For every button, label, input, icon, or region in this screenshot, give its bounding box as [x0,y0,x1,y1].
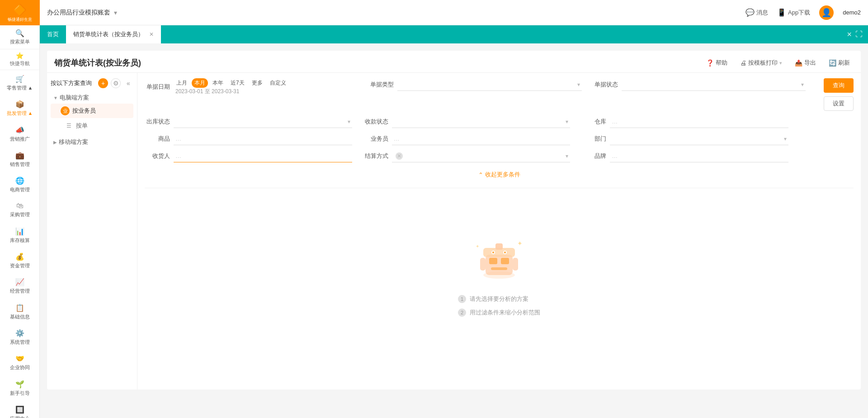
filter-doc-status: 单据状态 ▾ [593,78,806,91]
pc-group-arrow: ▼ [53,95,58,100]
step-num-2: 2 [458,309,466,317]
recipient-control[interactable]: … [174,150,352,162]
sidebar-item-system[interactable]: ⚙️ 系统管理 [0,324,39,350]
svg-rect-4 [491,267,507,270]
sidebar-logo[interactable]: 🔶 畅捷通好生意 [0,0,40,25]
sidebar-item-purchase[interactable]: 🛍 采购管理 [0,197,39,222]
tab-home-label: 首页 [47,30,59,38]
mobile-group-header[interactable]: ▶ 移动端方案 [51,136,133,148]
menu-icon-inventory: 📊 [15,227,24,236]
filter-dept: 部门 ▾ [581,133,788,145]
tab-salesperson-report[interactable]: 销货单统计表（按业务员） ✕ [66,25,161,43]
step-1-text: 请先选择要分析的方案 [470,293,528,305]
tab-close-icon[interactable]: ✕ [149,31,154,38]
sidebar-item-marketing[interactable]: 📣 营销推广 [0,121,39,147]
filter-brand: 品牌 … [581,150,788,162]
date-range-text: 2023-03-01 至 2023-03-31 [175,88,358,95]
tab-home[interactable]: 首页 [40,25,66,43]
svg-rect-3 [501,258,509,264]
brand-placeholder: … [612,152,787,159]
refresh-btn[interactable]: 🔄 刷新 [825,57,854,69]
help-btn[interactable]: ❓ 帮助 [703,57,731,69]
sidebar-item-guide[interactable]: 🌱 新手引导 [0,375,39,401]
scheme-order[interactable]: ☰ 按单 [51,119,133,133]
date-last-month-btn[interactable]: 上月 [174,78,190,88]
avatar[interactable]: 👤 [819,5,834,20]
collapse-panel-btn[interactable]: « [123,78,133,88]
date-this-year-btn[interactable]: 本年 [210,78,226,88]
empty-state: ✦ ✦ 1 请先选择要分析的方案 2 用过滤条件来缩小分析范围 [145,194,854,356]
print-dropdown-icon: ▾ [779,60,782,66]
scheme-order-icon-label: ☰ [64,123,73,129]
export-icon: 📤 [795,59,802,66]
brand-label: 品牌 [581,152,606,160]
ship-status-dropdown-icon: ▾ [348,119,350,125]
warehouse-control[interactable]: … [610,115,788,128]
logo-text: 畅捷通好生意 [8,17,32,22]
svg-text:✦: ✦ [476,244,479,249]
salesperson-control[interactable]: … [392,133,571,145]
step-num-1: 1 [458,295,466,303]
date-this-month-btn[interactable]: 本月 [192,78,208,88]
print-btn[interactable]: 🖨 按模板打印 ▾ [736,57,786,69]
sidebar-item-ecommerce[interactable]: 🌐 电商管理 [0,172,39,197]
edit-icon: ⚙ [113,80,119,87]
settlement-control[interactable]: ✕ ▾ [392,150,571,162]
scheme-salesperson[interactable]: 业 按业务员 [51,104,133,118]
export-btn[interactable]: 📤 导出 [791,57,820,69]
sidebar-item-basic[interactable]: 📋 基础信息 [0,299,39,324]
edit-scheme-btn[interactable]: ⚙ [111,78,121,88]
sidebar-item-finance[interactable]: 💰 资金管理 [0,248,39,273]
settlement-clear-icon[interactable]: ✕ [396,152,403,160]
doc-type-dropdown-icon: ▾ [577,81,580,88]
quick-nav-btn[interactable]: ⭐ 快捷导航 [0,49,39,70]
search-menu-btn[interactable]: 🔍 搜索菜单 [0,25,39,49]
setting-btn[interactable]: 设置 [824,96,854,111]
date-more-btn[interactable]: 更多 [249,78,265,88]
doc-status-label: 单据状态 [593,81,618,89]
query-btn[interactable]: 查询 [824,78,854,93]
message-btn[interactable]: 💬 消息 [745,8,768,17]
filter-warehouse: 仓库 … [581,115,788,128]
add-scheme-btn[interactable]: + [98,78,108,88]
salesperson-placeholder: … [394,135,569,142]
empty-step-1: 1 请先选择要分析的方案 [458,293,540,305]
workspace-title: 办公用品行业模拟账套 [47,9,110,17]
sidebar-item-inventory[interactable]: 📊 库存核算 [0,223,39,248]
sidebar-item-operations[interactable]: 📈 经营管理 [0,273,39,299]
sidebar-item-sales[interactable]: 💼 销售管理 [0,147,39,172]
sidebar-item-enterprise[interactable]: 🤝 企业协同 [0,350,39,375]
menu-label-ecommerce: 电商管理 [10,186,30,193]
page-container: 销货单统计表(按业务员) ❓ 帮助 🖨 按模板打印 ▾ 📤 导出 🔄 刷新 [47,51,861,390]
date-7days-btn[interactable]: 近7天 [228,78,247,88]
app-label: App下载 [788,9,810,17]
dept-control[interactable]: ▾ [610,133,788,145]
tab-close-window-btn[interactable]: × [847,30,852,39]
collect-status-control[interactable]: ▾ [392,115,571,128]
page-actions: ❓ 帮助 🖨 按模板打印 ▾ 📤 导出 🔄 刷新 [703,57,854,69]
main-content: 销货单统计表(按业务员) ❓ 帮助 🖨 按模板打印 ▾ 📤 导出 🔄 刷新 [40,43,868,418]
collect-status-label: 收款状态 [363,118,388,126]
tab-maximize-btn[interactable]: ⛶ [855,30,863,38]
pc-scheme-group: ▼ 电脑端方案 业 按业务员 ☰ 按单 [51,92,133,133]
menu-label-enterprise: 企业协同 [10,364,30,370]
app-download-btn[interactable]: 📱 App下载 [777,8,810,17]
workspace-dropdown[interactable]: ▾ [114,9,117,16]
sidebar-item-retail[interactable]: 🛒 零售管理 ▲ [0,70,39,95]
brand-control[interactable]: … [610,150,788,162]
menu-label-apps: 应用中心 [10,415,30,418]
doc-type-control[interactable]: ▾ [397,78,581,91]
dept-label: 部门 [581,135,606,143]
date-custom-btn[interactable]: 自定义 [267,78,289,88]
goods-control[interactable]: … [174,133,352,145]
collapse-filters-btn[interactable]: ⌃ 收起更多条件 [145,167,854,182]
sidebar-item-apps[interactable]: 🔲 应用中心 [0,401,39,418]
username[interactable]: demo2 [843,9,861,16]
settlement-dropdown-icon: ▾ [566,153,568,159]
collapse-icon: « [127,80,130,87]
doc-status-control[interactable]: ▾ [622,78,806,91]
ship-status-control[interactable]: ▾ [174,115,352,128]
pc-group-header[interactable]: ▼ 电脑端方案 [51,92,133,104]
sidebar-item-wholesale[interactable]: 📦 批发管理 ▲ [0,95,39,121]
collect-status-dropdown-icon: ▾ [566,119,568,125]
